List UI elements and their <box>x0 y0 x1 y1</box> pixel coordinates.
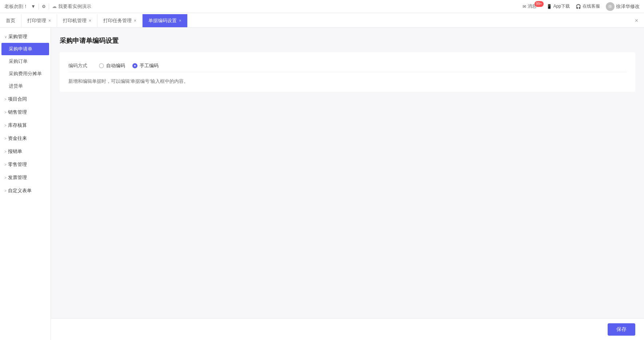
app-download-button[interactable]: 📱 App下载 <box>547 3 570 9</box>
message-button[interactable]: ✉ 消息 99+ <box>523 3 541 9</box>
page-title: 采购申请单编码设置 <box>60 36 635 45</box>
top-bar-dropdown[interactable]: ▼ <box>31 4 36 9</box>
hint-text: 新增和编辑单据时，可以编辑'单据编号'输入框中的内容。 <box>68 78 627 85</box>
tab-print-task-mgmt[interactable]: 打印任务管理 × <box>97 14 143 27</box>
top-bar-divider <box>39 4 39 9</box>
tab-print-mgmt-label: 打印管理 <box>27 17 46 24</box>
online-service-button[interactable]: 🎧 在线客服 <box>576 3 600 9</box>
tab-single-code-close[interactable]: × <box>179 18 181 23</box>
invoice-group-label: 发票管理 <box>8 174 27 181</box>
top-bar-right: ✉ 消息 99+ 📱 App下载 🎧 在线客服 徐 徐泽华修改 <box>523 2 640 11</box>
sidebar-group-fund-header[interactable]: > 资金往来 <box>0 132 51 145</box>
home-tab-label: 首页 <box>6 17 15 24</box>
radio-auto-encoding[interactable]: 自动编码 <box>99 62 125 69</box>
sidebar-group-custom-header[interactable]: > 自定义表单 <box>0 185 51 197</box>
sidebar-group-invoice-header[interactable]: > 发票管理 <box>0 171 51 184</box>
purchase-expand-arrow: ∨ <box>4 35 7 39</box>
encoding-row: 编码方式 自动编码 手工编码 <box>68 60 627 72</box>
cloud-icon: ☁ <box>52 4 57 9</box>
sales-group-label: 销售管理 <box>8 109 27 116</box>
purchase-request-label: 采购申请单 <box>9 46 32 52</box>
radio-group: 自动编码 手工编码 <box>99 62 159 69</box>
custom-group-label: 自定义表单 <box>8 187 32 194</box>
tab-print-task-mgmt-label: 打印任务管理 <box>103 17 132 24</box>
goods-receipt-label: 进货单 <box>9 83 23 89</box>
inventory-group-label: 库存核算 <box>8 122 27 129</box>
sidebar-group-retail-header[interactable]: > 零售管理 <box>0 158 51 171</box>
sidebar-group-sales-header[interactable]: > 销售管理 <box>0 106 51 118</box>
tab-print-mgmt-close[interactable]: × <box>48 18 51 23</box>
sidebar-item-purchase-order[interactable]: 采购订单 <box>0 55 51 68</box>
message-badge: 99+ <box>535 1 544 7</box>
sidebar-group-invoice-mgmt: > 发票管理 <box>0 171 51 184</box>
app-download-label: App下载 <box>553 3 570 9</box>
encoding-label: 编码方式 <box>68 62 90 69</box>
sidebar-group-purchase-mgmt: ∨ 采购管理 采购申请单 采购订单 采购费用分摊单 进货单 <box>0 31 51 92</box>
tab-print-mgmt[interactable]: 打印管理 × <box>21 14 57 27</box>
custom-expand-arrow: > <box>4 189 7 193</box>
radio-auto-label: 自动编码 <box>106 62 125 69</box>
tab-bar-close-all[interactable]: × <box>629 14 644 27</box>
save-button[interactable]: 保存 <box>608 323 635 336</box>
message-icon: ✉ <box>523 4 526 9</box>
username: 徐泽华修改 <box>616 3 640 10</box>
avatar: 徐 <box>606 2 615 11</box>
top-bar-left: 老板勿割！ ▼ ⚙ ☁ 我要看实例演示 <box>4 3 91 10</box>
tab-single-code-label: 单据编码设置 <box>148 17 177 24</box>
content-area: 采购申请单编码设置 编码方式 自动编码 手工编码 <box>51 28 644 340</box>
tab-printer-mgmt-close[interactable]: × <box>89 18 91 23</box>
purchase-order-label: 采购订单 <box>9 58 28 64</box>
tab-printer-mgmt[interactable]: 打印机管理 × <box>57 14 97 27</box>
sidebar-group-purchase-header[interactable]: ∨ 采购管理 <box>0 31 51 43</box>
sidebar-item-purchase-expense[interactable]: 采购费用分摊单 <box>0 68 51 80</box>
radio-manual-encoding[interactable]: 手工编码 <box>132 62 159 69</box>
project-group-label: 项目合同 <box>8 96 27 102</box>
sidebar-group-project-contract: > 项目合同 <box>0 93 51 105</box>
tab-home[interactable]: 首页 <box>0 14 21 27</box>
tab-bar: 首页 打印管理 × 打印机管理 × 打印任务管理 × 单据编码设置 × × <box>0 13 644 28</box>
tab-printer-mgmt-label: 打印机管理 <box>63 17 87 24</box>
project-expand-arrow: > <box>4 97 7 101</box>
settings-icon: ⚙ <box>42 4 46 9</box>
top-bar-divider2 <box>49 4 49 9</box>
user-profile[interactable]: 徐 徐泽华修改 <box>606 2 640 11</box>
online-service-label: 在线客服 <box>583 3 600 9</box>
radio-manual-label: 手工编码 <box>140 62 159 69</box>
app-icon: 📱 <box>547 4 552 9</box>
top-bar: 老板勿割！ ▼ ⚙ ☁ 我要看实例演示 ✉ 消息 99+ 📱 App下载 🎧 在… <box>0 0 644 13</box>
purchase-expense-label: 采购费用分摊单 <box>9 71 42 76</box>
radio-auto-circle <box>99 63 104 68</box>
retail-group-label: 零售管理 <box>8 161 27 168</box>
sidebar-group-sales-mgmt: > 销售管理 <box>0 106 51 118</box>
tab-print-task-mgmt-close[interactable]: × <box>134 18 136 23</box>
main-layout: ∨ 采购管理 采购申请单 采购订单 采购费用分摊单 进货单 > 项目合同 <box>0 28 644 340</box>
sidebar-group-inventory-header[interactable]: > 库存核算 <box>0 119 51 131</box>
fund-group-label: 资金往来 <box>8 135 27 142</box>
dropdown-icon: ▼ <box>31 4 36 9</box>
inventory-expand-arrow: > <box>4 124 7 128</box>
sidebar-group-return-goods: > 报销单 <box>0 145 51 158</box>
sidebar-group-return-header[interactable]: > 报销单 <box>0 145 51 158</box>
tab-single-code-setting[interactable]: 单据编码设置 × <box>143 14 188 27</box>
demo-text: 我要看实例演示 <box>58 3 91 10</box>
settings-card: 编码方式 自动编码 手工编码 新增和编辑单据时，可以编辑'单据编号'输入框中的内… <box>60 52 635 92</box>
sidebar-group-inventory-settle: > 库存核算 <box>0 119 51 131</box>
sidebar: ∨ 采购管理 采购申请单 采购订单 采购费用分摊单 进货单 > 项目合同 <box>0 28 51 340</box>
return-expand-arrow: > <box>4 150 7 154</box>
headset-icon: 🎧 <box>576 4 581 9</box>
demo-link[interactable]: ☁ 我要看实例演示 <box>52 3 91 10</box>
invoice-expand-arrow: > <box>4 176 7 180</box>
sidebar-group-custom-form: > 自定义表单 <box>0 185 51 197</box>
settings-button[interactable]: ⚙ <box>42 4 46 9</box>
sales-expand-arrow: > <box>4 110 7 114</box>
radio-manual-circle <box>132 63 137 68</box>
sidebar-item-purchase-request[interactable]: 采购申请单 <box>1 43 49 55</box>
sidebar-group-project-header[interactable]: > 项目合同 <box>0 93 51 105</box>
fund-expand-arrow: > <box>4 137 7 141</box>
return-group-label: 报销单 <box>8 148 22 155</box>
content-footer: 保存 <box>51 318 644 340</box>
content-inner: 采购申请单编码设置 编码方式 自动编码 手工编码 <box>51 28 644 318</box>
logo-text: 老板勿割！ <box>4 3 28 10</box>
sidebar-item-goods-receipt[interactable]: 进货单 <box>0 80 51 92</box>
retail-expand-arrow: > <box>4 163 7 167</box>
